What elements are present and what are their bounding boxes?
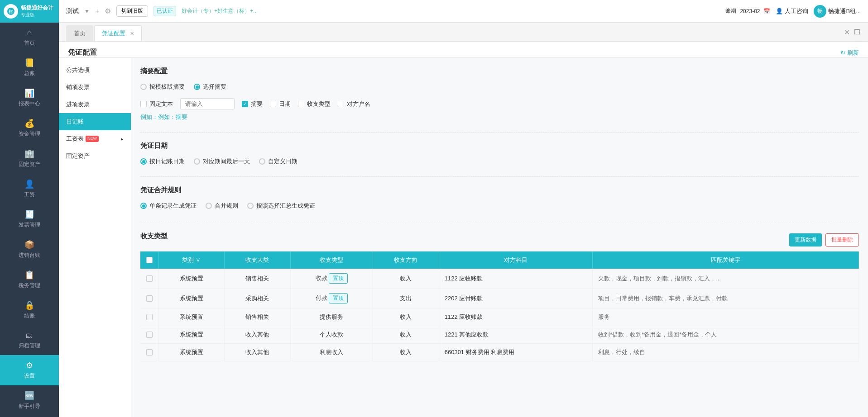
row-subject-0: 1122 应收账款: [439, 269, 592, 289]
table-row: 系统预置 销售相关 提供服务 收入 1122 应收账款 服务: [140, 308, 859, 326]
income-section-title: 收支类型: [140, 232, 168, 241]
batch-delete-btn[interactable]: 批量删除: [825, 233, 859, 246]
row-subject-1: 2202 应付账款: [439, 289, 592, 308]
summary-section: 摘要配置 按模板版摘要 选择摘要 固定文本: [140, 67, 859, 121]
sidebar-item-invoice[interactable]: 🧾 发票管理: [0, 204, 59, 234]
sidebar-item-guide[interactable]: 🆕 新手引导: [0, 385, 59, 416]
guide-icon: 🆕: [24, 391, 34, 401]
sub-nav-payroll[interactable]: 工资表 NEW ▸: [59, 130, 131, 147]
radio-template-summary[interactable]: 按模板版摘要: [140, 83, 185, 91]
row-type-0: 收款 置顶: [290, 269, 373, 289]
tabs-bar: 首页 凭证配置 ✕: [59, 23, 868, 42]
fixed-text-input[interactable]: [180, 98, 235, 109]
sidebar-item-archive[interactable]: 🗂 归档管理: [0, 325, 59, 355]
period-label: 账期: [725, 7, 736, 15]
select-all-checkbox[interactable]: [146, 257, 153, 263]
row-type-4: 利息收入: [290, 344, 373, 361]
sidebar-item-close[interactable]: 🔒 结账: [0, 295, 59, 325]
row-checkbox-0[interactable]: [140, 269, 158, 289]
sub-nav-purchase-invoice[interactable]: 进项发票: [59, 96, 131, 113]
radio-select-summary[interactable]: 选择摘要: [194, 83, 226, 91]
window-close-btn[interactable]: ✕: [844, 28, 850, 37]
refresh-btn[interactable]: ↻ 刷新: [840, 49, 859, 57]
checkbox-summary[interactable]: ✓ 摘要: [242, 100, 263, 108]
row-direction-3: 收入: [373, 326, 439, 344]
period-value: 2023-02: [740, 8, 760, 14]
checkbox-box-counterpart: [338, 101, 344, 107]
th-subject: 对方科目: [439, 251, 592, 269]
row-category-1: 系统预置: [158, 289, 225, 308]
divider-1: [140, 132, 859, 133]
row-checkbox-4[interactable]: [140, 344, 158, 361]
tab-close-icon[interactable]: ✕: [130, 31, 134, 36]
page-header: 凭证配置 ↻ 刷新: [59, 42, 868, 58]
row-cb-2[interactable]: [146, 314, 153, 320]
sidebar-item-assets[interactable]: 🏢 固定资产: [0, 143, 59, 174]
radio-single-voucher[interactable]: 单条记录生成凭证: [140, 202, 197, 210]
refresh-icon: ↻: [840, 49, 845, 56]
svg-text:财: 财: [9, 9, 13, 14]
topbar-add-btn[interactable]: +: [95, 7, 99, 15]
sub-nav-journal[interactable]: 日记账: [59, 113, 131, 130]
settings-icon: ⚙: [26, 360, 33, 370]
row-checkbox-1[interactable]: [140, 289, 158, 308]
row-big-type-3: 收入其他: [225, 326, 291, 344]
sidebar-item-settings[interactable]: ⚙ 设置: [0, 355, 59, 385]
checkbox-counterpart[interactable]: 对方户名: [338, 100, 370, 108]
checkbox-fixed-text[interactable]: 固定文本: [140, 100, 173, 108]
row-category-2: 系统预置: [158, 308, 225, 326]
row-subject-2: 1122 应收账款: [439, 308, 592, 326]
sidebar-item-salary[interactable]: 👤 工资: [0, 174, 59, 204]
merge-section-title: 凭证合并规则: [140, 186, 859, 194]
sub-nav-public[interactable]: 公共选项: [59, 62, 131, 79]
home-icon: ⌂: [27, 28, 32, 38]
window-maximize-btn[interactable]: ⧠: [854, 28, 861, 36]
merge-section: 凭证合并规则 单条记录生成凭证 合并规则 按照选择汇总生成凭证: [140, 186, 859, 210]
calendar-icon[interactable]: 📅: [763, 8, 770, 14]
sub-nav-fixed-assets[interactable]: 固定资产: [59, 147, 131, 165]
tabs-actions: ✕ ⧠: [844, 23, 861, 42]
radio-custom-date[interactable]: 自定义日期: [259, 157, 297, 166]
th-type: 收支类型: [290, 251, 373, 269]
top-tag-btn-1[interactable]: 置顶: [329, 293, 348, 303]
radio-summary-voucher[interactable]: 按照选择汇总生成凭证: [247, 202, 315, 210]
row-type-2: 提供服务: [290, 308, 373, 326]
row-cb-4[interactable]: [146, 349, 153, 355]
checkbox-income-type[interactable]: 收支类型: [298, 100, 331, 108]
table-header-row: 类别 ∨ 收支大类 收支类型 收支方向 对方科目 匹配关键字: [140, 251, 859, 269]
tab-home[interactable]: 首页: [66, 25, 93, 41]
checkbox-date[interactable]: 日期: [270, 100, 291, 108]
sidebar-item-ledger[interactable]: 📒 总账: [0, 52, 59, 83]
sidebar-item-purchase[interactable]: 📦 进销台账: [0, 234, 59, 265]
sidebar-item-tax[interactable]: 📋 税务管理: [0, 265, 59, 295]
table-row: 系统预置 收入其他 利息收入 收入 660301 财务费用 利息费用 利息，行处…: [140, 344, 859, 361]
service-btn[interactable]: 👤 人工咨询: [776, 7, 808, 15]
tab-voucher-config[interactable]: 凭证配置 ✕: [94, 25, 142, 41]
row-big-type-2: 销售相关: [225, 308, 291, 326]
row-cb-0[interactable]: [146, 275, 153, 282]
radio-circle-select: [194, 84, 200, 90]
sidebar-item-home[interactable]: ⌂ 首页: [0, 23, 59, 52]
user-menu[interactable]: 畅 畅捷通B组...: [814, 5, 861, 18]
update-data-btn[interactable]: 更新数据: [789, 233, 822, 246]
radio-journal-date[interactable]: 按日记账日期: [140, 157, 185, 166]
th-direction: 收支方向: [373, 251, 439, 269]
row-checkbox-3[interactable]: [140, 326, 158, 344]
row-category-0: 系统预置: [158, 269, 225, 289]
sub-nav-sales-invoice[interactable]: 销项发票: [59, 79, 131, 96]
radio-period-last-day[interactable]: 对应期间最后一天: [194, 157, 250, 166]
logo-sub: 专业版: [21, 12, 53, 18]
topbar-dropdown-icon[interactable]: ▼: [84, 8, 90, 14]
row-cb-1[interactable]: [146, 295, 153, 302]
sidebar-item-funds[interactable]: 💰 资金管理: [0, 113, 59, 143]
topbar-settings-btn[interactable]: ⚙: [105, 7, 111, 15]
switch-old-version-btn[interactable]: 切到旧版: [116, 5, 148, 17]
radio-merge-rule[interactable]: 合并规则: [206, 202, 238, 210]
row-checkbox-2[interactable]: [140, 308, 158, 326]
sidebar-item-reports[interactable]: 📊 报表中心: [0, 83, 59, 113]
row-cb-3[interactable]: [146, 332, 153, 338]
top-tag-btn-0[interactable]: 置顶: [329, 273, 348, 284]
row-subject-4: 660301 财务费用 利息费用: [439, 344, 592, 361]
table-row: 系统预置 采购相关 付款 置顶 支出 2202 应付账款 项目，日常费用，报销款…: [140, 289, 859, 308]
th-category[interactable]: 类别 ∨: [158, 251, 225, 269]
